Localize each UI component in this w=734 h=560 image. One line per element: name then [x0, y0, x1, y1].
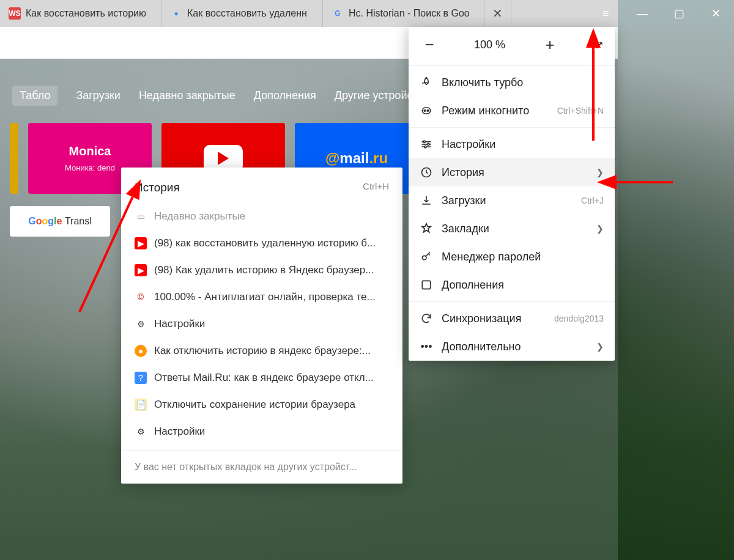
svg-point-2 [427, 110, 429, 112]
toolbar-recent[interactable]: Недавно закрытые [139, 86, 235, 106]
history-item[interactable]: 📄 Отключить сохранение истории браузера [121, 391, 402, 418]
history-submenu: История Ctrl+H ▭ Недавно закрытые ▶ (98)… [121, 168, 402, 484]
svg-rect-11 [422, 281, 430, 289]
separator [409, 65, 615, 66]
svg-point-8 [424, 146, 426, 148]
hamburger-menu-icon[interactable]: ≡ [587, 0, 624, 27]
sliders-icon [420, 138, 433, 151]
fullscreen-icon[interactable]: ⤢ [595, 39, 604, 52]
svg-point-7 [428, 143, 429, 145]
youtube-icon: ▶ [135, 237, 147, 249]
youtube-icon: ▶ [135, 264, 147, 276]
recent-icon: ▭ [135, 210, 147, 223]
menu-sync[interactable]: Синхронизация dendolg2013 [409, 304, 615, 333]
toolbar-tablo[interactable]: Табло [12, 86, 57, 106]
tab-title: Как восстановить историю [26, 8, 146, 19]
svg-rect-0 [422, 108, 430, 114]
menu-addons[interactable]: Дополнения [409, 271, 615, 299]
zoom-value: 100 % [474, 39, 505, 51]
note-icon: 📄 [135, 399, 147, 411]
gear-icon: ⚙ [135, 318, 147, 330]
svg-point-6 [423, 141, 425, 142]
favicon-ws: WS [9, 7, 21, 20]
history-item[interactable]: ● Как отключить историю в яндекс браузер… [121, 337, 402, 364]
download-icon [420, 194, 433, 207]
menu-passwords[interactable]: Менеджер паролей [409, 243, 615, 271]
chevron-right-icon: ❯ [596, 168, 604, 177]
toolbar-downloads[interactable]: Загрузки [76, 86, 120, 106]
svg-point-10 [422, 256, 426, 260]
history-item[interactable]: ? Ответы Mail.Ru: как в яндекс браузере … [121, 364, 402, 391]
rocket-icon [420, 76, 433, 89]
chevron-right-icon: ❯ [596, 224, 604, 234]
history-item[interactable]: ▶ (98) Как удалить историю в Яндекс брау… [121, 257, 402, 284]
favicon-google: G [332, 7, 344, 20]
menu-settings[interactable]: Настройки [409, 130, 615, 158]
star-icon [420, 222, 433, 235]
recently-closed-header: ▭ Недавно закрытые [121, 203, 402, 230]
history-item[interactable]: © 100.00% - Антиплагиат онлайн, проверка… [121, 284, 402, 311]
maximize-button[interactable]: ▢ [661, 0, 697, 27]
menu-bookmarks[interactable]: Закладки ❯ [409, 215, 615, 243]
svg-point-1 [424, 110, 426, 112]
question-icon: ? [135, 372, 147, 384]
chevron-right-icon: ❯ [596, 342, 604, 352]
history-shortcut: Ctrl+H [363, 181, 389, 194]
tile-subtitle: Моника: dend [65, 163, 115, 172]
separator [409, 301, 615, 302]
copyright-icon: © [135, 291, 147, 303]
main-menu: − 100 % + ⤢ Включить турбо Режим инкогни… [409, 27, 615, 361]
tile-sliver[interactable] [10, 123, 18, 194]
tab-1[interactable]: WS Как восстановить историю [0, 0, 161, 27]
tab-2[interactable]: ● Как восстановить удаленн [161, 0, 323, 27]
gear-icon: ⚙ [135, 426, 147, 438]
separator [409, 127, 615, 128]
minimize-button[interactable]: — [624, 0, 661, 27]
history-title: История [135, 181, 180, 194]
menu-turbo[interactable]: Включить турбо [409, 68, 615, 97]
toolbar-devices[interactable]: Другие устройст [335, 86, 418, 106]
zoom-out-button[interactable]: − [420, 35, 439, 54]
tab-strip: WS Как восстановить историю ● Как восста… [0, 0, 618, 27]
tile-google-translate[interactable]: Google Transl [10, 206, 110, 237]
sync-icon [420, 312, 433, 325]
close-button[interactable]: ✕ [697, 0, 734, 27]
tab-3[interactable]: G Hc. Historian - Поиск в Goo [323, 0, 484, 27]
mailru-logo: @mail.ru [325, 150, 388, 167]
menu-more[interactable]: ••• Дополнительно ❯ [409, 333, 615, 361]
incognito-icon [420, 104, 433, 117]
menu-downloads[interactable]: Загрузки Ctrl+J [409, 186, 615, 215]
history-footer: У вас нет открытых вкладок на других уст… [121, 450, 402, 477]
history-item[interactable]: ▶ (98) как восстановить удаленную истори… [121, 230, 402, 257]
new-tab-close-area[interactable]: ✕ [484, 0, 511, 27]
tab-title: Hc. Historian - Поиск в Goo [349, 8, 470, 19]
history-header[interactable]: История Ctrl+H [121, 177, 402, 203]
firefox-icon: ● [135, 345, 147, 357]
dots-icon: ••• [420, 340, 433, 353]
favicon-circle: ● [170, 7, 182, 20]
puzzle-icon [420, 278, 433, 292]
menu-incognito[interactable]: Режим инкогнито Ctrl+Shift+N [409, 97, 615, 125]
history-icon [420, 166, 433, 179]
key-icon [420, 250, 433, 263]
menu-history[interactable]: История ❯ [409, 158, 615, 186]
zoom-in-button[interactable]: + [540, 35, 560, 54]
toolbar-addons[interactable]: Дополнения [254, 86, 316, 106]
history-item[interactable]: ⚙ Настройки [121, 311, 402, 337]
google-logo: Google [28, 216, 62, 227]
history-item[interactable]: ⚙ Настройки [121, 418, 402, 445]
tile-title: Monica [69, 144, 111, 158]
zoom-row: − 100 % + ⤢ [409, 27, 615, 63]
window-controls: ≡ — ▢ ✕ [587, 0, 734, 27]
tab-title: Как восстановить удаленн [187, 8, 307, 19]
